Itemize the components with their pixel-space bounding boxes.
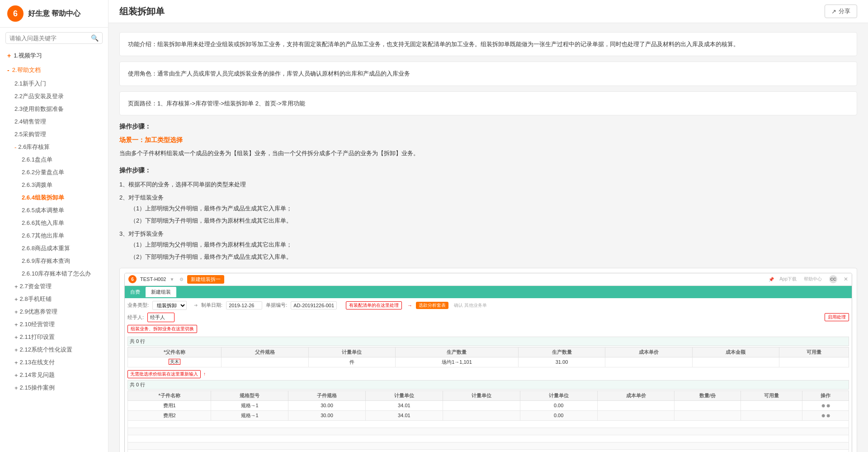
- fake-lrow1-name: 费用1: [128, 400, 211, 410]
- fake-cell-unit: 件: [308, 357, 395, 367]
- sidebar-item-system-config[interactable]: + 2.12系统个性化设置: [0, 343, 108, 356]
- plus-icon: +: [14, 283, 18, 290]
- fake-th-avail-qty: 可用量: [779, 347, 849, 357]
- fake-tab-newbuild[interactable]: 新建组装: [146, 287, 176, 297]
- screenshot-container: 6 TEST-H002 ▼ ⚙ 新建组装拆一 📌 App下载 帮助中心 CC ✕…: [119, 268, 857, 452]
- sidebar-item-faq[interactable]: + 2.14常见问题: [0, 369, 108, 381]
- fake-avatar: CC: [829, 275, 837, 283]
- steps-intro: 操作步骤：: [119, 167, 857, 175]
- fake-cell-prodqty2: 31.00: [518, 357, 605, 367]
- fake-company: TEST-H002: [140, 276, 166, 282]
- fake-th-parent-name: *父件名称: [128, 347, 222, 357]
- sidebar-item-other-out[interactable]: 2.6.7其他出库单: [0, 229, 108, 242]
- plus-icon: +: [14, 385, 18, 391]
- fake-row2-op-icons[interactable]: ⊕ ⊗: [821, 413, 830, 418]
- plus-icon: +: [14, 321, 18, 328]
- fake-rows-count: 共 0 行: [130, 338, 145, 345]
- sidebar-item-sales-mgmt[interactable]: 2.4销售管理: [0, 115, 108, 128]
- sidebar-item-mobile[interactable]: + 2.8手机旺铺: [0, 293, 108, 305]
- plus-icon: +: [7, 52, 11, 59]
- fake-lower-row-6: [128, 442, 849, 449]
- fake-sub-arrow: ↑: [203, 371, 206, 376]
- fake-lower-rows-count: 共 0 行: [130, 381, 145, 388]
- fake-close-icon[interactable]: ✕: [844, 276, 848, 282]
- fake-tab-zifei[interactable]: 自费: [125, 287, 146, 297]
- sidebar-item-stocktake[interactable]: 2.6.1盘点单: [0, 153, 108, 166]
- fake-lth-unit3: 计量单位: [520, 390, 597, 400]
- sidebar-item-other-in[interactable]: 2.6.6其他入库单: [0, 217, 108, 229]
- sidebar-item-stock-query[interactable]: 2.6.9库存账本查询: [0, 255, 108, 267]
- fake-new-btn[interactable]: 新建组装拆一: [187, 275, 224, 284]
- sidebar-item-cost-recalc[interactable]: 2.6.8商品成本重算: [0, 242, 108, 255]
- plus-icon: +: [14, 359, 18, 366]
- fake-row-op-icons[interactable]: ⊕ ⊗: [821, 403, 830, 408]
- fake-tab-bar: 自费 新建组装: [125, 286, 852, 298]
- sidebar-item-transfer[interactable]: 2.6.3调拨单: [0, 179, 108, 191]
- fake-annotation-btn[interactable]: 选款分析套表: [416, 302, 448, 309]
- sidebar-item-video[interactable]: + 1.视频学习: [0, 48, 108, 63]
- fake-type-select[interactable]: 组装拆卸: [152, 301, 187, 310]
- sidebar-item-voucher[interactable]: + 2.9优惠券管理: [0, 305, 108, 318]
- fake-date-label: 制单日期:: [201, 302, 222, 309]
- sidebar-item-cases[interactable]: + 2.15操作案例: [0, 381, 108, 394]
- fake-th-prod-qty2: 生产数量: [518, 347, 605, 357]
- fake-cell-spec: [222, 357, 308, 367]
- search-input[interactable]: [9, 35, 91, 42]
- fake-cell-costamt: [692, 357, 779, 367]
- sidebar-item-help-doc[interactable]: - 2.帮助文档: [0, 63, 108, 77]
- fake-type-label: 业务类型:: [127, 302, 149, 309]
- sidebar-item-pre-data[interactable]: 2.3使用前数据准备: [0, 103, 108, 115]
- sidebar-item-account-err[interactable]: 2.6.10库存账本错了怎么办: [0, 267, 108, 280]
- step3-sub-list: （1）上部明细为父件明细，最终作为原材料生成其它出库单； （2）下部明细为子件明…: [119, 239, 857, 262]
- fake-form-row-1: 业务类型: 组装拆卸 ➔ 制单日期: 2019-12-26 单据编号: AD-2…: [127, 301, 849, 310]
- sidebar-item-cost-adjust[interactable]: 2.6.5成本调整单: [0, 204, 108, 217]
- fake-cell-prodqty: 场均1→1,101: [396, 357, 519, 367]
- fake-lrow2-u3: 0.00: [520, 410, 597, 420]
- sidebar-item-inventory[interactable]: - 2.6库存核算: [0, 141, 108, 153]
- search-box[interactable]: 🔍: [5, 32, 103, 44]
- fake-form-row-2: 经手人: 经手人 启用处理: [127, 313, 849, 322]
- fake-lower-row-1: 费用1 规格→1 30.00 34.01 0.00: [128, 400, 849, 410]
- scene1-title: 场景一：加工类型选择: [119, 136, 857, 144]
- sidebar-item-partial-stocktake[interactable]: 2.6.2分量盘点单: [0, 166, 108, 179]
- sidebar-item-install-login[interactable]: 2.2产品安装及登录: [0, 90, 108, 103]
- share-icon: ↗: [831, 8, 836, 15]
- fake-lower-row-7: [128, 449, 849, 452]
- fake-lrow2-spec: 规格→1: [211, 410, 288, 420]
- fake-lrow2-u2: [443, 410, 520, 420]
- fake-lth-unit1: 计量单位: [365, 390, 443, 400]
- fake-date-value: 2019-12-26: [226, 301, 262, 309]
- sidebar-item-label: 2.帮助文档: [12, 66, 41, 74]
- fake-form-content: 业务类型: 组装拆卸 ➔ 制单日期: 2019-12-26 单据编号: AD-2…: [125, 298, 852, 452]
- fake-th-cost-price: 成本单价: [605, 347, 692, 357]
- logo-text: 好生意 帮助中心: [28, 9, 80, 19]
- content-area: 功能介绍：组装拆卸单用来处理企业组装或拆卸等加工业务，支持有固定装配清单的产品加…: [108, 23, 868, 452]
- search-icon[interactable]: 🔍: [91, 34, 99, 42]
- fake-sub-annotation-row: 无需批选求价组装在这里重新输入 ↑: [127, 370, 849, 378]
- step3-sub2: （2）下部明细为子件明细，最终作为产成品生成其它入库单。: [130, 252, 857, 262]
- fake-warehouse-row: 组装业务、拆卸业务在这里切换: [127, 325, 849, 333]
- path-block: 页面路径：1、库存核算->库存管理->组装拆卸单 2、首页->常用功能: [119, 91, 857, 115]
- fake-arrow-right: ➔: [194, 303, 198, 308]
- sidebar-item-operations[interactable]: + 2.10经营管理: [0, 318, 108, 331]
- sidebar-item-assemble[interactable]: 2.6.4组装拆卸单: [0, 191, 108, 204]
- fake-logo: 6: [128, 275, 137, 283]
- share-button[interactable]: ↗ 分享: [825, 5, 857, 18]
- fake-lower-table-head: *子件名称 规格型号 子件规格 计量单位 计量单位 计量单位 成本单价 数量/份…: [128, 390, 849, 400]
- fake-th-parent-spec: 父件规格: [222, 347, 308, 357]
- fake-lrow1-u2: [443, 400, 520, 410]
- minus-icon-inventory: -: [14, 144, 16, 151]
- sidebar-item-print[interactable]: + 2.11打印设置: [0, 331, 108, 343]
- steps-title: 操作步骤：: [119, 123, 857, 131]
- fake-arrow-ann: →: [407, 303, 412, 308]
- sidebar-item-online-pay[interactable]: + 2.13在线支付: [0, 356, 108, 369]
- sidebar-item-funds[interactable]: + 2.7资金管理: [0, 280, 108, 293]
- fake-warehouse-annotation: 组装业务、拆卸业务在这里切换: [127, 325, 197, 333]
- sidebar-item-purchase-mgmt[interactable]: 2.5采购管理: [0, 128, 108, 141]
- sidebar: 6 好生意 帮助中心 🔍 + 1.视频学习 - 2.帮助文档 2.1新手入门 2…: [0, 0, 108, 452]
- fake-titlebar: 6 TEST-H002 ▼ ⚙ 新建组装拆一 📌 App下载 帮助中心 CC ✕: [125, 273, 852, 286]
- fake-lrow1-qs: [675, 400, 741, 410]
- fake-lrow1-subspec: 30.00: [288, 400, 366, 410]
- sidebar-item-newcomer[interactable]: 2.1新手入门: [0, 77, 108, 90]
- fake-lth-qty-share: 数量/份: [675, 390, 741, 400]
